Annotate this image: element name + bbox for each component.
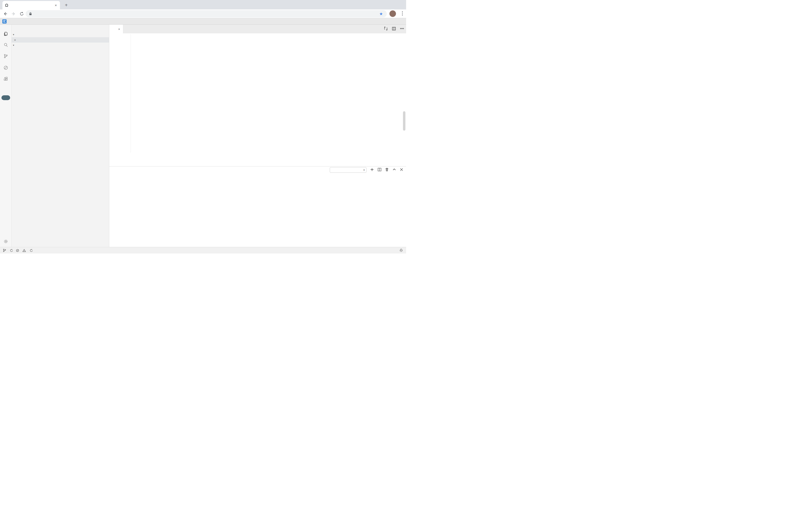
editor-scrollbar[interactable] [403, 111, 405, 131]
bookmark-star-icon[interactable]: ★ [379, 11, 383, 16]
select-arrows-icon: ▲▼ [363, 169, 365, 171]
open-editor-item[interactable]: × [12, 37, 109, 43]
tab-title-fade [46, 2, 53, 9]
settings-gear-icon[interactable] [0, 237, 12, 246]
browser-avatar[interactable] [389, 10, 396, 17]
app-logo-icon [2, 19, 6, 23]
minimap[interactable] [369, 34, 401, 125]
language-status-item[interactable] [30, 249, 34, 252]
debug-disabled-icon[interactable] [0, 63, 12, 72]
status-bar [0, 247, 406, 253]
split-terminal-icon[interactable] [378, 168, 381, 172]
toggle-sync-icon[interactable] [384, 26, 388, 32]
search-icon[interactable] [0, 40, 12, 50]
editor-tab-close-icon[interactable]: × [118, 27, 120, 31]
sidebar-title [12, 25, 109, 32]
bottom-panel: ▲▼ [109, 166, 406, 247]
open-editors-header[interactable]: ▾ [12, 32, 109, 37]
source-control-icon[interactable] [0, 51, 12, 61]
editor-tab[interactable]: × [109, 25, 123, 34]
maximize-panel-icon[interactable] [392, 168, 396, 172]
chevron-down-icon: ▾ [12, 44, 15, 47]
browser-toolbar: ★ [0, 9, 406, 18]
warning-icon [22, 249, 26, 252]
more-actions-icon[interactable] [400, 26, 404, 32]
forward-icon[interactable] [11, 11, 16, 17]
activity-bar [0, 25, 12, 247]
browser-menu-icon[interactable] [402, 11, 403, 15]
tab-close-icon[interactable]: × [54, 3, 58, 7]
status-right-items [394, 249, 403, 252]
extensions-icon[interactable] [0, 74, 12, 84]
reload-icon[interactable] [19, 11, 25, 17]
favicon-icon [5, 3, 8, 7]
problems-item[interactable] [16, 249, 27, 252]
workspace-header[interactable]: ▾ [12, 43, 109, 48]
new-terminal-icon[interactable] [370, 168, 374, 172]
chevron-down-icon: ▾ [12, 34, 15, 36]
panel-header: ▲▼ [109, 166, 406, 174]
split-editor-icon[interactable] [392, 26, 396, 32]
bell-icon[interactable] [399, 249, 403, 252]
offline-badge[interactable] [1, 95, 10, 100]
htop-function-key-bar [113, 243, 403, 246]
close-panel-icon[interactable] [400, 168, 403, 172]
close-icon[interactable]: × [13, 38, 17, 42]
git-branch-item[interactable] [3, 249, 7, 252]
kill-terminal-icon[interactable] [385, 168, 389, 172]
sync-icon [10, 249, 13, 252]
branch-icon [3, 249, 6, 252]
explorer-sidebar: ▾ × ▾ ▸ [12, 25, 109, 247]
file-tree [12, 72, 109, 247]
code-editor[interactable] [109, 34, 406, 179]
explorer-icon[interactable] [0, 29, 12, 39]
vscode-titlebar [0, 18, 406, 25]
screen: × + ★ ▾ [0, 0, 406, 253]
browser-tabstrip: × + [0, 0, 406, 9]
error-icon [16, 249, 19, 252]
editor-tabbar: × [109, 25, 406, 34]
back-icon[interactable] [2, 11, 8, 17]
new-tab-button[interactable]: + [63, 2, 69, 8]
sync-item[interactable] [10, 249, 13, 252]
url-bar[interactable]: ★ [25, 10, 387, 17]
terminal[interactable] [109, 174, 406, 247]
terminal-select[interactable]: ▲▼ [330, 167, 367, 173]
editor-group: × [109, 25, 406, 247]
browser-tab[interactable]: × [2, 1, 60, 9]
workbench: ▾ × ▾ ▸ × [0, 25, 406, 247]
loading-icon [30, 249, 33, 252]
lock-icon [29, 12, 32, 15]
